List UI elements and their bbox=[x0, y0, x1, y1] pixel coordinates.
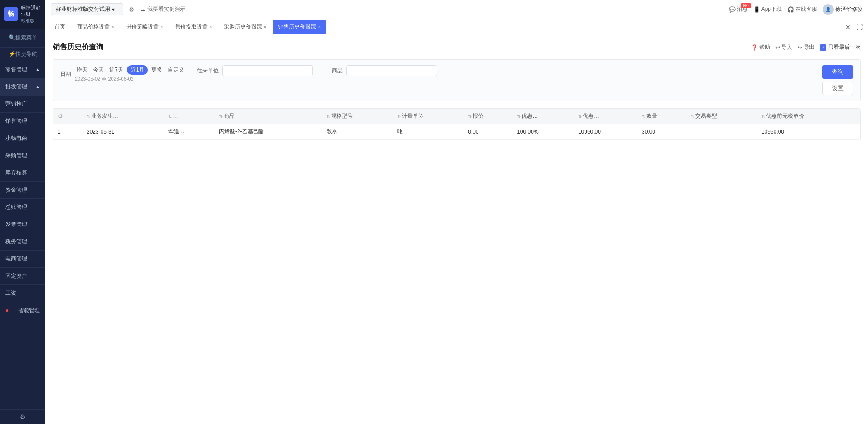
sidebar-item-采购管理[interactable]: 采购管理 bbox=[0, 147, 45, 164]
close-tab-button[interactable]: ✕ bbox=[844, 22, 853, 33]
col-header-quote[interactable]: ⇅报价 bbox=[463, 109, 512, 124]
cell-type bbox=[686, 124, 757, 140]
date-option-近1月[interactable]: 近1月 bbox=[127, 65, 148, 75]
tab-进价策略设置[interactable]: 进价策略设置 × bbox=[121, 20, 169, 34]
date-option-自定义[interactable]: 自定义 bbox=[166, 65, 186, 75]
search-menu-item[interactable]: 🔍 搜索菜单 bbox=[4, 32, 42, 43]
quicknav-label: 快捷导航 bbox=[15, 50, 37, 58]
demo-link[interactable]: ☁ 我要看实例演示 bbox=[140, 5, 185, 13]
col-header-discount2[interactable]: ⇅优惠… bbox=[574, 109, 637, 124]
sidebar-item-总账管理[interactable]: 总账管理 bbox=[0, 199, 45, 216]
tab-close-icon[interactable]: × bbox=[112, 24, 114, 29]
sidebar-item-label: 电商管理 bbox=[5, 255, 27, 263]
date-filter-group: 日期 昨天今天近7天近1月更多自定义 2023-05-02 至 2023-06-… bbox=[60, 65, 186, 82]
sidebar-item-税务管理[interactable]: 税务管理 bbox=[0, 233, 45, 251]
col-header-discount1[interactable]: ⇅优惠… bbox=[512, 109, 574, 124]
import-label: 导入 bbox=[781, 43, 792, 51]
tab-采购历史价跟踪[interactable]: 采购历史价跟踪 × bbox=[219, 20, 272, 34]
col-header-goods[interactable]: ⇅商品 bbox=[215, 109, 322, 124]
sidebar-item-零售管理[interactable]: 零售管理 ▲ bbox=[0, 61, 45, 78]
col-header-unit[interactable]: ⇅计量单位 bbox=[393, 109, 463, 124]
dot-icon: ● bbox=[5, 307, 9, 313]
sidebar-item-库存核算[interactable]: 库存核算 bbox=[0, 164, 45, 182]
import-button[interactable]: ↩ 导入 bbox=[775, 43, 792, 51]
quicknav-icon: ⚡ bbox=[9, 51, 15, 57]
tab-label: 商品价格设置 bbox=[77, 23, 110, 31]
col-header-qty[interactable]: ⇅数量 bbox=[637, 109, 686, 124]
cell-discount1: 100.00% bbox=[512, 124, 574, 140]
from-unit-more[interactable]: … bbox=[316, 67, 321, 74]
cell-more1: 华追… bbox=[164, 124, 215, 140]
sidebar-item-批发管理[interactable]: 批发管理 ▲ bbox=[0, 78, 45, 96]
tab-首页[interactable]: 首页 bbox=[49, 20, 71, 34]
tab-商品价格设置[interactable]: 商品价格设置 × bbox=[72, 20, 120, 34]
sidebar: 畅 畅捷通好业财 标准版 🔍 搜索菜单 ⚡ 快捷导航 零售管理 ▲ 批发管理 ▲… bbox=[0, 0, 45, 424]
sort-icon: ⇅ bbox=[691, 114, 694, 119]
tab-label: 进价策略设置 bbox=[126, 23, 159, 31]
demo-label: 我要看实例演示 bbox=[147, 5, 185, 13]
main-area: 好业财标准版交付试用 ▾ ⚙ ☁ 我要看实例演示 💬 消息 99+ 📱 App下… bbox=[45, 0, 868, 424]
help-button[interactable]: ❓ 帮助 bbox=[751, 43, 770, 51]
sidebar-search-section[interactable]: 🔍 搜索菜单 bbox=[0, 29, 45, 48]
col-header-more1[interactable]: ⇅… bbox=[164, 109, 215, 124]
last-once-checkbox-label[interactable]: ✓ 只看最后一次 bbox=[820, 43, 861, 51]
tab-销售历史价跟踪[interactable]: 销售历史价跟踪 × bbox=[273, 20, 326, 34]
sidebar-item-工资[interactable]: 工资 bbox=[0, 285, 45, 302]
export-button[interactable]: ↪ 导出 bbox=[798, 43, 814, 51]
sidebar-item-发票管理[interactable]: 发票管理 bbox=[0, 216, 45, 233]
goods-input-group: … bbox=[346, 65, 445, 76]
sidebar-item-小畅电商[interactable]: 小畅电商 bbox=[0, 130, 45, 147]
sidebar-item-电商管理[interactable]: 电商管理 bbox=[0, 251, 45, 268]
sidebar-item-智能管理[interactable]: ● 智能管理 bbox=[0, 302, 45, 319]
col-header-type[interactable]: ⇅交易类型 bbox=[686, 109, 757, 124]
tab-close-icon[interactable]: × bbox=[318, 24, 321, 29]
col-header-pretax[interactable]: ⇅优惠前无税单价 bbox=[757, 109, 860, 124]
sidebar-item-固定资产[interactable]: 固定资产 bbox=[0, 268, 45, 285]
sidebar-item-销售管理[interactable]: 销售管理 bbox=[0, 113, 45, 130]
date-filter-label: 日期 bbox=[60, 70, 71, 78]
last-once-label: 只看最后一次 bbox=[828, 43, 861, 51]
messages-button[interactable]: 💬 消息 99+ bbox=[729, 5, 748, 13]
help-label: 帮助 bbox=[759, 43, 770, 51]
date-option-今天[interactable]: 今天 bbox=[91, 65, 106, 75]
last-once-checkbox[interactable]: ✓ bbox=[820, 44, 826, 51]
import-icon: ↩ bbox=[775, 44, 780, 51]
col-header-date[interactable]: ⇅业务发生… bbox=[82, 109, 164, 124]
date-options-col: 昨天今天近7天近1月更多自定义 2023-05-02 至 2023-06-02 bbox=[75, 65, 186, 82]
goods-input[interactable] bbox=[346, 65, 437, 76]
msg-badge: 99+ bbox=[741, 3, 751, 8]
query-button[interactable]: 查询 bbox=[822, 65, 853, 79]
from-unit-label: 往来单位 bbox=[197, 67, 219, 75]
page-actions: ❓ 帮助 ↩ 导入 ↪ 导出 ✓ 只看最后一次 bbox=[751, 43, 861, 51]
sidebar-item-营销推广[interactable]: 营销推广 bbox=[0, 96, 45, 113]
tab-close-icon[interactable]: × bbox=[210, 24, 212, 29]
tab-label: 售价提取设置 bbox=[175, 23, 208, 31]
sidebar-item-资金管理[interactable]: 资金管理 bbox=[0, 182, 45, 199]
goods-more[interactable]: … bbox=[440, 67, 445, 74]
search-icon: 🔍 bbox=[9, 34, 15, 41]
online-service-button[interactable]: 🎧 在线客服 bbox=[787, 5, 817, 13]
version-selector[interactable]: 好业财标准版交付试用 ▾ bbox=[51, 3, 123, 15]
expand-tab-button[interactable]: ⛶ bbox=[854, 22, 864, 33]
tab-售价提取设置[interactable]: 售价提取设置 × bbox=[170, 20, 218, 34]
quicknav-item[interactable]: ⚡ 快捷导航 bbox=[0, 48, 45, 61]
config-icon[interactable]: ⚙ bbox=[127, 4, 137, 15]
date-option-更多[interactable]: 更多 bbox=[150, 65, 164, 75]
tab-close-icon[interactable]: × bbox=[264, 24, 267, 29]
date-option-昨天[interactable]: 昨天 bbox=[75, 65, 89, 75]
col-header-spec[interactable]: ⇅规格型号 bbox=[322, 109, 393, 124]
cell-spec: 散水 bbox=[322, 124, 393, 140]
tab-close-icon[interactable]: × bbox=[161, 24, 163, 29]
top-bar: 好业财标准版交付试用 ▾ ⚙ ☁ 我要看实例演示 💬 消息 99+ 📱 App下… bbox=[45, 0, 868, 19]
table-row[interactable]: 12023-05-31华追…丙烯酸-2-乙基己酯散水吨0.00100.00%10… bbox=[53, 124, 860, 140]
cell-pretax: 10950.00 bbox=[757, 124, 860, 140]
settings-gear-icon[interactable]: ⚙ bbox=[20, 413, 26, 420]
app-download-button[interactable]: 📱 App下载 bbox=[753, 5, 782, 13]
user-profile-button[interactable]: 👤 徐泽华修改 bbox=[823, 4, 863, 15]
date-option-近7天[interactable]: 近7天 bbox=[107, 65, 125, 75]
settings-button[interactable]: 设置 bbox=[822, 82, 853, 95]
from-unit-input[interactable] bbox=[222, 65, 313, 76]
table-settings-icon[interactable]: ⚙ bbox=[58, 113, 63, 120]
goods-filter-group: 商品 … bbox=[332, 65, 445, 76]
sidebar-item-label: 采购管理 bbox=[5, 152, 27, 159]
